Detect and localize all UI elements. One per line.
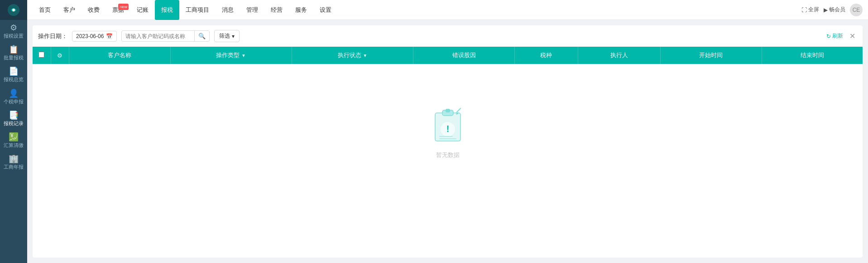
new-badge: new bbox=[118, 4, 129, 10]
th-tax-type: 税种 bbox=[515, 47, 578, 64]
nav-item-customer[interactable]: 客户 bbox=[57, 0, 82, 20]
topnav: 首页 客户 收费 票据 new 记账 报税 工商项目 消息 bbox=[27, 0, 868, 20]
sidebar-item-label: 个税申报 bbox=[4, 99, 24, 105]
refresh-button[interactable]: ↻ 刷新 bbox=[826, 32, 843, 40]
nav-item-services[interactable]: 服务 bbox=[289, 0, 313, 20]
toolbar: 操作日期： 2023-06-06 📅 🔍 筛选 ▾ bbox=[33, 25, 863, 47]
sidebar-item-label: 报税设置 bbox=[4, 33, 24, 39]
nav-item-operations[interactable]: 经营 bbox=[264, 0, 289, 20]
svg-point-1 bbox=[12, 9, 15, 11]
nav-item-homepage[interactable]: 首页 bbox=[33, 0, 57, 20]
annual-report-icon: 🏢 bbox=[9, 155, 19, 163]
settlement-icon: 💹 bbox=[9, 133, 19, 141]
sidebar-item-huisuan-jiaona[interactable]: 💹 汇算清缴 bbox=[0, 129, 27, 151]
sidebar-item-baoshui-jilu[interactable]: 📑 报税记录 bbox=[0, 107, 27, 129]
search-icon: 🔍 bbox=[198, 33, 206, 39]
svg-line-7 bbox=[457, 108, 460, 112]
th-settings[interactable]: ⚙ bbox=[51, 47, 69, 64]
sidebar-item-baoshui-zonglan[interactable]: 📄 报税总览 bbox=[0, 63, 27, 85]
sidebar-item-label: 批量报税 bbox=[4, 55, 24, 61]
select-all-checkbox[interactable] bbox=[38, 52, 44, 58]
sidebar-item-label: 报税总览 bbox=[4, 77, 24, 83]
th-start-time: 开始时间 bbox=[660, 47, 762, 64]
svg-rect-4 bbox=[446, 109, 450, 112]
table-header: ⚙ 客户名称 操作类型 ▼ 执行状态 bbox=[33, 47, 863, 64]
filter-button[interactable]: 筛选 ▾ bbox=[214, 30, 240, 42]
th-exec-status: 执行状态 ▼ bbox=[292, 47, 413, 64]
avatar[interactable]: CE bbox=[850, 4, 863, 16]
th-customer-name: 客户名称 bbox=[69, 47, 170, 64]
sidebar: ⚙ 报税设置 📋 批量报税 📄 报税总览 👤 个税申报 📑 报税记录 💹 汇算清… bbox=[0, 0, 27, 263]
search-button[interactable]: 🔍 bbox=[194, 31, 209, 41]
sidebar-item-piliang-baoshui[interactable]: 📋 批量报税 bbox=[0, 42, 27, 63]
table-container: 操作日期： 2023-06-06 📅 🔍 筛选 ▾ bbox=[33, 25, 863, 258]
svg-text:!: ! bbox=[446, 124, 449, 134]
calendar-icon: 📅 bbox=[106, 33, 113, 39]
main-area: 首页 客户 收费 票据 new 记账 报税 工商项目 消息 bbox=[27, 0, 868, 263]
vip-icon: ▶ bbox=[824, 7, 828, 13]
close-button[interactable]: ✕ bbox=[848, 32, 857, 40]
nav-item-billing[interactable]: 收费 bbox=[82, 0, 106, 20]
sidebar-item-label: 汇算清缴 bbox=[4, 142, 24, 148]
nav-item-bookkeeping[interactable]: 记账 bbox=[130, 0, 155, 20]
th-check bbox=[33, 47, 51, 64]
empty-icon: ! bbox=[430, 105, 466, 146]
th-executor: 执行人 bbox=[578, 47, 660, 64]
sidebar-item-gongshang-nianbao[interactable]: 🏢 工商年报 bbox=[0, 151, 27, 173]
sidebar-item-label: 报税记录 bbox=[4, 121, 24, 127]
nav-item-tax-report[interactable]: 报税 bbox=[155, 0, 179, 20]
topnav-right: ⛶ 全屏 ▶ 畅会员 CE bbox=[801, 4, 863, 16]
data-table: ⚙ 客户名称 操作类型 ▼ 执行状态 bbox=[33, 47, 863, 64]
date-label: 操作日期： bbox=[38, 32, 67, 40]
date-input[interactable]: 2023-06-06 📅 bbox=[72, 31, 117, 42]
chevron-down-icon: ▾ bbox=[232, 33, 235, 39]
filter-icon: ▼ bbox=[241, 53, 246, 58]
nav-item-messages[interactable]: 消息 bbox=[216, 0, 240, 20]
topnav-items: 首页 客户 收费 票据 new 记账 报税 工商项目 消息 bbox=[33, 0, 801, 20]
personal-tax-icon: 👤 bbox=[9, 89, 19, 97]
nav-item-management[interactable]: 管理 bbox=[240, 0, 264, 20]
sidebar-logo[interactable] bbox=[0, 0, 27, 20]
settings-icon: ⚙ bbox=[10, 24, 17, 32]
search-input[interactable] bbox=[122, 31, 194, 41]
nav-item-invoice[interactable]: 票据 new bbox=[106, 0, 130, 20]
record-icon: 📑 bbox=[9, 111, 19, 119]
page-area: 操作日期： 2023-06-06 📅 🔍 筛选 ▾ bbox=[27, 20, 868, 263]
empty-text: 暂无数据 bbox=[436, 151, 460, 159]
th-error-reason: 错误股因 bbox=[413, 47, 514, 64]
nav-item-industry[interactable]: 工商项目 bbox=[179, 0, 216, 20]
batch-tax-icon: 📋 bbox=[9, 45, 19, 54]
vip-button[interactable]: ▶ 畅会员 bbox=[824, 6, 845, 14]
table-wrapper: ⚙ 客户名称 操作类型 ▼ 执行状态 bbox=[33, 47, 863, 258]
th-operation-type: 操作类型 ▼ bbox=[170, 47, 292, 64]
search-box: 🔍 bbox=[121, 30, 210, 42]
filter-icon-2: ▼ bbox=[363, 53, 367, 58]
fullscreen-icon: ⛶ bbox=[801, 7, 807, 13]
fullscreen-button[interactable]: ⛶ 全屏 bbox=[801, 6, 819, 14]
sidebar-item-baoshui-shezhi[interactable]: ⚙ 报税设置 bbox=[0, 20, 27, 42]
th-end-time: 结束时间 bbox=[762, 47, 863, 64]
content: 操作日期： 2023-06-06 📅 🔍 筛选 ▾ bbox=[27, 20, 868, 263]
sidebar-item-label: 工商年报 bbox=[4, 164, 24, 170]
settings-col-icon: ⚙ bbox=[57, 52, 62, 59]
refresh-icon: ↻ bbox=[826, 33, 831, 39]
sidebar-item-geshuisheqing[interactable]: 👤 个税申报 bbox=[0, 86, 27, 107]
overview-icon: 📄 bbox=[9, 67, 19, 75]
empty-state: ! 暂无数据 bbox=[33, 64, 863, 200]
nav-item-settings[interactable]: 设置 bbox=[313, 0, 338, 20]
